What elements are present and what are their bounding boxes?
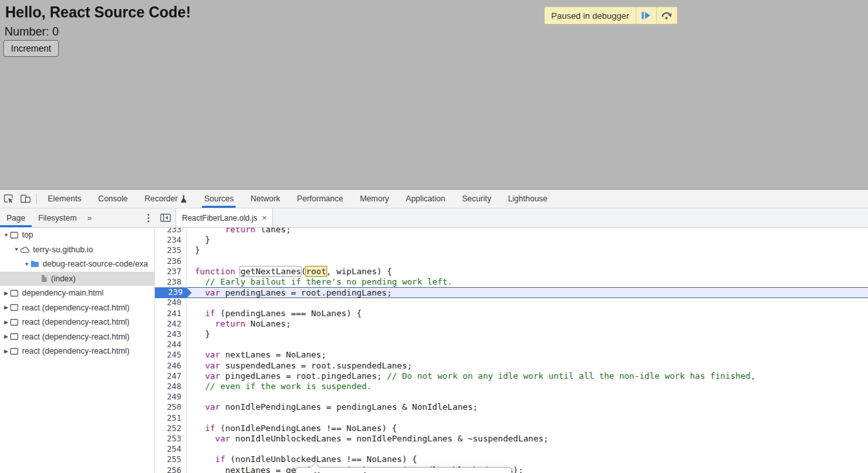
- line-number[interactable]: 237: [155, 267, 187, 277]
- file-navigator-tree: ▼top▼terry-su.github.io▼debug-react-sour…: [0, 228, 155, 473]
- frame-icon: [10, 231, 19, 239]
- tree-item-react-dependency-react-html[interactable]: ▶react (dependency-react.html): [0, 344, 154, 359]
- code-line-240: [187, 297, 868, 308]
- line-number[interactable]: 240: [155, 297, 187, 308]
- line-number[interactable]: 236: [155, 256, 187, 267]
- tab-performance[interactable]: Performance: [288, 190, 352, 208]
- tree-expanded-icon[interactable]: ▼: [23, 261, 30, 267]
- line-number[interactable]: 235: [155, 245, 187, 256]
- code-line-255: if (nonIdleUnblockedLanes !== NoLanes) {: [187, 454, 868, 465]
- line-number[interactable]: 247: [155, 371, 187, 382]
- cloud-icon: [20, 246, 30, 254]
- keyword-token: if: [205, 423, 216, 433]
- line-number[interactable]: 244: [155, 339, 187, 350]
- tree-collapsed-icon[interactable]: ▶: [3, 334, 10, 339]
- line-number[interactable]: 248: [155, 381, 187, 392]
- sidebar-tab-page[interactable]: Page: [0, 208, 32, 227]
- close-tab-icon[interactable]: ×: [262, 213, 267, 223]
- tab-label: Performance: [297, 194, 343, 203]
- step-over-button[interactable]: [656, 7, 677, 24]
- tab-elements[interactable]: Elements: [39, 190, 90, 208]
- resume-script-button[interactable]: [636, 7, 656, 24]
- line-number[interactable]: 245: [155, 350, 187, 361]
- increment-button[interactable]: Increment: [3, 40, 59, 57]
- toggle-device-toolbar-button[interactable]: [17, 190, 34, 208]
- code-token: [195, 371, 205, 381]
- line-number[interactable]: 250: [155, 402, 187, 413]
- code-line-252: if (nonIdlePendingLanes !== NoLanes) {: [187, 423, 868, 434]
- paused-banner-text: Paused in debugger: [545, 7, 636, 24]
- editor-code-area[interactable]: return lanes; }}function getNextLanes(ro…: [187, 228, 868, 473]
- tree-expanded-icon[interactable]: ▼: [3, 232, 10, 238]
- tree-item-label: top: [22, 230, 33, 239]
- tab-recorder[interactable]: Recorder: [136, 190, 196, 208]
- keyword-token: if: [205, 308, 216, 318]
- code-token: }: [195, 245, 200, 255]
- hovered-root-token[interactable]: root: [305, 266, 327, 277]
- devtools-panel: ElementsConsoleRecorderSourcesNetworkPer…: [0, 189, 868, 473]
- code-token: , wipLanes) {: [327, 267, 392, 276]
- tree-collapsed-icon[interactable]: ▶: [3, 305, 10, 310]
- sidebar-tab-strip: PageFilesystem: [0, 208, 83, 227]
- tree-collapsed-icon[interactable]: ▶: [3, 348, 10, 354]
- code-line-249: [187, 392, 868, 403]
- tree-expanded-icon[interactable]: ▼: [13, 247, 20, 252]
- code-token: [195, 361, 205, 370]
- devtools-tab-strip: ElementsConsoleRecorderSourcesNetworkPer…: [39, 190, 556, 208]
- line-number[interactable]: 252: [155, 423, 187, 434]
- line-number[interactable]: 249: [155, 392, 187, 403]
- tree-item-dependency-main-html[interactable]: ▶dependency-main.html: [0, 286, 154, 301]
- tree-collapsed-icon[interactable]: ▶: [3, 290, 10, 296]
- tree-item-terry-su-github-io[interactable]: ▼terry-su.github.io: [0, 243, 154, 257]
- sidebar-overflow-menu-button[interactable]: [147, 208, 150, 227]
- keyword-token: var: [205, 371, 220, 381]
- keyword-token: var: [205, 288, 220, 297]
- line-number[interactable]: 253: [155, 434, 187, 445]
- code-line-248: // even if the work is suspended.: [187, 381, 868, 392]
- sources-sidebar-tabs: PageFilesystem »: [0, 208, 155, 228]
- line-number[interactable]: 241: [155, 308, 187, 319]
- line-number[interactable]: 238: [155, 277, 187, 288]
- code-line-247: var pingedLanes = root.pingedLanes; // D…: [187, 371, 868, 382]
- line-number[interactable]: 256: [155, 465, 187, 473]
- line-number[interactable]: 233: [155, 228, 187, 236]
- tab-sources[interactable]: Sources: [196, 190, 242, 208]
- line-number[interactable]: 242: [155, 319, 187, 330]
- code-token: [195, 350, 205, 359]
- step-over-icon: [661, 11, 672, 20]
- line-number[interactable]: 243: [155, 329, 187, 340]
- tab-lighthouse[interactable]: Lighthouse: [500, 190, 556, 208]
- tree-item-react-dependency-react-html[interactable]: ▶react (dependency-react.html): [0, 315, 154, 330]
- tree-collapsed-icon[interactable]: ▶: [3, 319, 10, 325]
- code-token: [195, 277, 205, 287]
- tab-label: Application: [406, 194, 445, 203]
- tab-console[interactable]: Console: [90, 190, 136, 208]
- tab-security[interactable]: Security: [454, 190, 500, 208]
- line-number[interactable]: 254: [155, 444, 187, 455]
- tab-memory[interactable]: Memory: [352, 190, 398, 208]
- tab-label: Security: [462, 194, 491, 203]
- tree-item-index[interactable]: (index): [0, 272, 154, 287]
- tab-application[interactable]: Application: [398, 190, 454, 208]
- line-number[interactable]: 255: [155, 454, 187, 465]
- hide-navigator-button[interactable]: [155, 208, 176, 227]
- file-tab-reactfiberlane[interactable]: ReactFiberLane.old.js ×: [176, 208, 273, 227]
- code-token: NoLanes;: [245, 319, 290, 328]
- frame-icon: [10, 318, 19, 327]
- tab-network[interactable]: Network: [242, 190, 288, 208]
- line-number[interactable]: 246: [155, 361, 187, 372]
- frame-icon: [10, 303, 19, 312]
- code-line-244: [187, 339, 868, 350]
- tree-item-debug-react-source-code-exa[interactable]: ▼debug-react-source-code/exa: [0, 257, 154, 272]
- inspect-element-button[interactable]: [0, 190, 17, 208]
- tree-item-label: (index): [51, 274, 76, 283]
- line-number[interactable]: 234: [155, 235, 187, 246]
- more-tabs-chevron[interactable]: »: [83, 208, 96, 227]
- tree-item-react-dependency-react-html[interactable]: ▶react (dependency-react.html): [0, 330, 154, 345]
- tree-item-react-dependency-react-html[interactable]: ▶react (dependency-react.html): [0, 301, 154, 316]
- execution-line-number[interactable]: 239: [155, 287, 192, 298]
- tree-item-top[interactable]: ▼top: [0, 228, 154, 243]
- sidebar-tab-filesystem[interactable]: Filesystem: [32, 208, 83, 227]
- folder-icon: [30, 260, 39, 268]
- line-number[interactable]: 251: [155, 413, 187, 424]
